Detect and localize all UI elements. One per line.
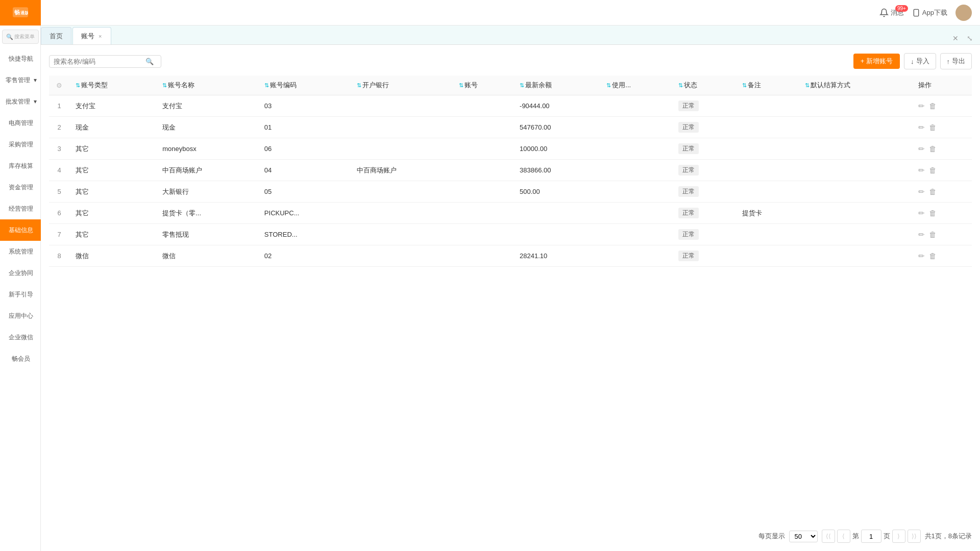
sidebar-item-membership[interactable]: 畅会员 [0,348,41,369]
table-row: 8 微信 微信 02 28241.10 正常 ✏ 🗑 [49,245,972,267]
sidebar-item-enterprise-wechat[interactable]: 企业微信 [0,327,41,348]
delete-icon-0[interactable]: 🗑 [929,102,937,110]
search-icon[interactable]: 🔍 [145,58,154,65]
th-account-type[interactable]: ⇅账号类型 [69,76,156,95]
sidebar-item-wholesale[interactable]: 批发管理 ▾ [0,91,41,112]
cell-default-payment-0 [799,95,912,117]
cell-actions-1: ✏ 🗑 [912,117,972,138]
cell-num-7: 8 [49,245,69,267]
sidebar-item-quick-nav[interactable]: 快捷导航 [0,48,41,69]
th-status[interactable]: ⇅状态 [672,76,736,95]
app-logo: 畅 通版 [0,0,41,26]
sidebar-item-onboarding[interactable]: 新手引导 [0,284,41,305]
toolbar: 🔍 + 新增账号 ↓ 导入 ↑ 导出 [49,53,972,69]
add-account-button[interactable]: + 新增账号 [853,54,900,69]
accounts-table: ⚙ ⇅账号类型 ⇅账号名称 ⇅账号编码 ⇅开户银行 [49,76,972,523]
app-download-button[interactable]: App下载 [912,8,947,17]
th-bank[interactable]: ⇅开户银行 [351,76,453,95]
th-account-no-label: 账号 [464,81,478,89]
user-avatar[interactable] [955,5,972,21]
first-page-button[interactable]: ⟨⟨ [822,530,835,543]
cell-name-4: 大新银行 [156,181,258,203]
th-account-code[interactable]: ⇅账号编码 [258,76,351,95]
sidebar-search-label: 搜索菜单 [14,33,35,40]
sidebar-item-ecommerce[interactable]: 电商管理 [0,112,41,134]
th-note-label: 备注 [748,81,761,89]
cell-account-5 [453,203,513,224]
cell-use-2 [600,138,672,160]
edit-icon-5[interactable]: ✏ [918,209,925,218]
toolbar-right: + 新增账号 ↓ 导入 ↑ 导出 [853,53,972,69]
cell-actions-3: ✏ 🗑 [912,160,972,181]
cell-type-3: 其它 [69,160,156,181]
sidebar-item-inventory[interactable]: 库存核算 [0,155,41,177]
edit-icon-2[interactable]: ✏ [918,144,925,154]
close-window-icon[interactable]: ✕ [949,32,962,44]
messages-button[interactable]: 消息 99+ [879,8,904,17]
tab-account-label: 账号 [81,32,94,41]
th-default-payment[interactable]: ⇅默认结算方式 [799,76,912,95]
next-page-button[interactable]: ⟩ [892,530,905,543]
delete-icon-6[interactable]: 🗑 [929,230,937,239]
search-box[interactable]: 🔍 [49,55,161,68]
sidebar-item-finance[interactable]: 资金管理 [0,177,41,198]
edit-icon-1[interactable]: ✏ [918,123,925,132]
delete-icon-7[interactable]: 🗑 [929,252,937,260]
th-note[interactable]: ⇅备注 [736,76,799,95]
delete-icon-5[interactable]: 🗑 [929,209,937,217]
prev-page-button[interactable]: ⟨ [837,530,850,543]
tab-account[interactable]: 账号 × [72,27,111,44]
th-account-name-label: 账号名称 [168,81,194,89]
per-page-select[interactable]: 50 100 200 [789,531,818,542]
cell-bank-4 [351,181,453,203]
import-button[interactable]: ↓ 导入 [904,53,936,69]
cell-default-payment-5 [799,203,912,224]
th-account-type-label: 账号类型 [81,81,108,89]
th-gear[interactable]: ⚙ [49,76,69,95]
edit-icon-7[interactable]: ✏ [918,252,925,261]
edit-icon-4[interactable]: ✏ [918,187,925,196]
export-button[interactable]: ↑ 导出 [940,53,972,69]
th-balance[interactable]: ⇅最新余额 [513,76,600,95]
delete-icon-1[interactable]: 🗑 [929,123,937,132]
edit-icon-3[interactable]: ✏ [918,166,925,175]
th-account-name[interactable]: ⇅账号名称 [156,76,258,95]
cell-note-2 [736,138,799,160]
sidebar-item-app-center[interactable]: 应用中心 [0,305,41,327]
cell-bank-3: 中百商场账户 [351,160,453,181]
edit-icon-0[interactable]: ✏ [918,102,925,111]
cell-type-1: 现金 [69,117,156,138]
cell-name-6: 零售抵现 [156,224,258,245]
cell-type-7: 微信 [69,245,156,267]
sidebar-search[interactable]: 🔍 搜索菜单 [2,30,39,44]
expand-window-icon[interactable]: ⤡ [964,32,976,44]
cell-bank-2 [351,138,453,160]
sidebar-item-retail[interactable]: 零售管理 ▾ [0,69,41,91]
sidebar-item-basic-info[interactable]: 基础信息 [0,219,41,241]
sidebar-item-operations[interactable]: 经营管理 [0,198,41,219]
delete-icon-2[interactable]: 🗑 [929,144,937,153]
cell-num-4: 5 [49,181,69,203]
cell-status-7: 正常 [672,245,736,267]
delete-icon-3[interactable]: 🗑 [929,166,937,174]
column-settings-icon[interactable]: ⚙ [56,82,62,89]
cell-num-6: 7 [49,224,69,245]
edit-icon-6[interactable]: ✏ [918,230,925,239]
sidebar-item-purchase[interactable]: 采购管理 [0,134,41,155]
th-account-no[interactable]: ⇅账号 [453,76,513,95]
app-download-label: App下载 [922,8,947,17]
cell-account-7 [453,245,513,267]
cell-note-7 [736,245,799,267]
delete-icon-4[interactable]: 🗑 [929,187,937,196]
sidebar-item-system[interactable]: 系统管理 [0,241,41,262]
sidebar-item-enterprise-collab[interactable]: 企业协同 [0,262,41,284]
last-page-button[interactable]: ⟩⟩ [908,530,921,543]
top-header: 消息 99+ App下载 [41,0,980,26]
cell-code-6: STORED... [258,224,351,245]
th-use[interactable]: ⇅使用... [600,76,672,95]
tab-account-close[interactable]: × [97,32,103,40]
tab-home[interactable]: 首页 [41,27,71,44]
import-icon: ↓ [911,58,914,65]
search-input[interactable] [54,58,145,65]
page-input[interactable] [861,530,881,543]
